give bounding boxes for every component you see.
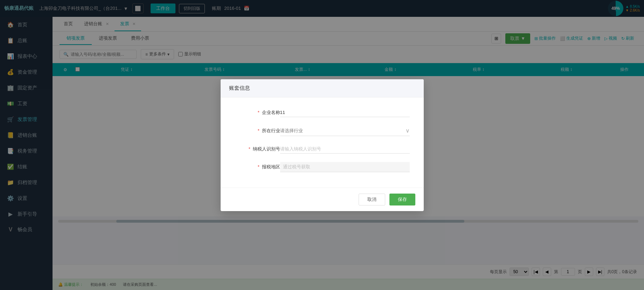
modal-title: 账套信息 xyxy=(221,79,424,97)
company-name-label: * 企业名称 xyxy=(235,109,280,116)
tax-id-label: * 纳税人识别号 xyxy=(235,146,280,152)
modal-footer: 取消 保存 xyxy=(221,188,424,211)
tax-region-display: 通过税号获取 xyxy=(280,162,410,172)
industry-label: * 所在行业 xyxy=(235,128,280,134)
modal-overlay: 账套信息 * 企业名称 * 所在行业 ∨ xyxy=(0,0,644,290)
tax-region-label: * 报税地区 xyxy=(235,164,280,170)
industry-input[interactable] xyxy=(280,128,406,133)
industry-row: * 所在行业 ∨ xyxy=(235,126,410,136)
chevron-down-icon: ∨ xyxy=(406,127,410,134)
cancel-button[interactable]: 取消 xyxy=(359,194,385,205)
tax-region-row: * 报税地区 通过税号获取 xyxy=(235,162,410,172)
save-button[interactable]: 保存 xyxy=(389,194,415,205)
tax-id-row: * 纳税人识别号 xyxy=(235,144,410,154)
company-name-row: * 企业名称 xyxy=(235,108,410,117)
company-name-input[interactable] xyxy=(280,108,410,117)
modal-body: * 企业名称 * 所在行业 ∨ * 纳税人识别号 xyxy=(221,97,424,188)
industry-select[interactable]: ∨ xyxy=(280,126,410,136)
tax-id-input[interactable] xyxy=(280,144,410,154)
account-info-modal: 账套信息 * 企业名称 * 所在行业 ∨ xyxy=(221,79,424,211)
